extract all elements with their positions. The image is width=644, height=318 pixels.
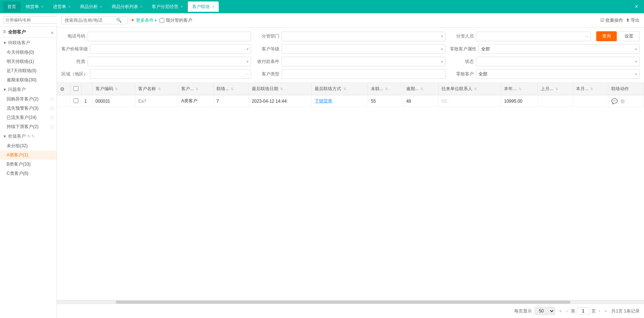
sidebar-item-unclassified[interactable]: 未分组(32): [0, 141, 57, 151]
tab-customer-contact[interactable]: 客户联络 ×: [188, 1, 219, 12]
sidebar-collapse-button[interactable]: «: [51, 29, 54, 35]
group-value-arrow: ▼: [3, 134, 7, 138]
close-purchase-icon[interactable]: ×: [68, 5, 71, 9]
customer-type-input[interactable]: [284, 71, 443, 77]
tab-sales-label: 销货单: [26, 4, 39, 10]
first-page-button[interactable]: «: [558, 308, 564, 314]
my-customers-checkbox-area[interactable]: 我分管的客户: [160, 17, 192, 24]
col-unit-contact-sort-icon[interactable]: ⇅: [474, 87, 477, 91]
close-sales-icon[interactable]: ×: [41, 5, 43, 9]
edit-group-icon[interactable]: ✎: [31, 134, 35, 139]
tab-goods-list[interactable]: 商品分析列表 ×: [107, 1, 147, 12]
row-last-method[interactable]: 下销货单: [315, 98, 332, 103]
close-customer-tier-icon[interactable]: ×: [180, 5, 183, 9]
col-this-month-label: 本月...: [576, 86, 588, 91]
col-this-month-sort-icon[interactable]: ⇅: [590, 87, 593, 91]
col-name-sort-icon[interactable]: ⇅: [158, 87, 161, 91]
export-button[interactable]: ⬆ 导出: [626, 17, 640, 24]
tomorrow-pending-label: 明天待联络(1): [7, 59, 34, 65]
filter-retail-attr-row: 零散客户属性 全部 ▾: [450, 44, 640, 54]
col-overdue-sort-icon[interactable]: ⇅: [421, 87, 423, 91]
bottom-scrollbar[interactable]: [57, 300, 644, 304]
filter-dept-select[interactable]: ▾: [282, 32, 445, 41]
refresh-icon[interactable]: ↻: [27, 134, 31, 139]
info-icon-churned: ⓘ: [50, 115, 54, 120]
prev-page-button[interactable]: ‹: [565, 308, 569, 314]
manager-dots-icon: ···: [585, 34, 588, 39]
row-checkbox[interactable]: [74, 98, 78, 103]
sidebar-item-declining[interactable]: 持续下滑客户(2) ⓘ: [0, 122, 57, 131]
col-this-year-sort-icon[interactable]: ⇅: [519, 87, 522, 91]
close-goods-list-icon[interactable]: ×: [140, 5, 143, 9]
sidebar-item-week-pending[interactable]: 近7天待联络(0): [0, 66, 57, 75]
col-contacts: 联络... ⇅: [213, 83, 248, 95]
category-search-input[interactable]: [3, 16, 59, 24]
sidebar-item-class-a[interactable]: A类客户(1): [0, 151, 57, 160]
col-uncontacted-sort-icon[interactable]: ⇅: [385, 87, 388, 91]
sidebar-item-today-pending[interactable]: 今天待联络(0): [0, 48, 57, 57]
col-last-method-sort-icon[interactable]: ⇅: [343, 87, 346, 91]
col-overdue: 逾期... ⇅: [403, 83, 438, 95]
customer-search-icon[interactable]: 🔍: [116, 18, 122, 23]
group-value-customers[interactable]: ▼ 价值客户 ↻ ✎: [0, 131, 57, 141]
phone-input[interactable]: [90, 34, 248, 39]
more-conditions-button[interactable]: ▼ 更多条件 ▾: [130, 17, 157, 24]
col-category-sort-icon[interactable]: ⇅: [196, 87, 198, 91]
customer-search-input[interactable]: [65, 18, 116, 23]
group-pending-contact[interactable]: ▼ 待联络客户: [0, 38, 57, 48]
sidebar-item-churn-warning[interactable]: 流失预警客户(3) ⓘ: [0, 104, 57, 113]
tab-goods-analysis[interactable]: 商品分析 ×: [76, 1, 107, 12]
filter-manager-select[interactable]: ···: [476, 32, 591, 41]
sidebar-item-class-c[interactable]: C类客户(6): [0, 169, 57, 178]
contact-icon[interactable]: 💬: [611, 98, 618, 104]
group-problem-customers[interactable]: ▼ 问题客户: [0, 85, 57, 95]
last-page-button[interactable]: »: [603, 308, 609, 314]
close-goods-analysis-icon[interactable]: ×: [100, 5, 102, 9]
page-input[interactable]: [577, 307, 590, 315]
tab-purchase[interactable]: 进货单 ×: [49, 1, 75, 12]
filter-customer-type-input[interactable]: [282, 69, 445, 79]
select-all-checkbox[interactable]: [74, 86, 78, 91]
col-code-sort-icon[interactable]: ⇅: [115, 87, 118, 91]
page-size-select[interactable]: 50 100 200: [535, 307, 555, 315]
next-page-button[interactable]: ›: [597, 308, 602, 314]
col-last-month-sort-icon[interactable]: ⇅: [555, 87, 558, 91]
sidebar-item-class-b[interactable]: B类客户(33): [0, 160, 57, 169]
col-contacts-sort-icon[interactable]: ⇅: [231, 87, 234, 91]
filter-retail-customer-select[interactable]: 全部 ▾: [476, 69, 640, 79]
sidebar-item-tomorrow-pending[interactable]: 明天待联络(1): [0, 57, 57, 66]
filter-status-select[interactable]: ▾: [476, 57, 640, 66]
cell-contacts: 7: [213, 95, 248, 107]
col-gear: ⚙: [57, 83, 70, 95]
filter-nature-select[interactable]: ▾: [87, 57, 251, 66]
more-action-icon[interactable]: ⊞: [620, 98, 625, 104]
sidebar-item-overdue-contact[interactable]: 逾期未联络(30): [0, 75, 57, 85]
tab-home[interactable]: 首页: [3, 1, 21, 12]
batch-op-button[interactable]: ☑ 批量操作: [600, 17, 623, 24]
col-seq: [81, 83, 92, 95]
filter-payment-select[interactable]: ▾: [282, 57, 445, 66]
pagination: 每页显示 50 100 200 « ‹ 第 页 › » 共1页 1条记录: [57, 304, 644, 318]
settings-button[interactable]: 设置: [618, 31, 640, 41]
col-category-label: 客户...: [181, 86, 194, 91]
tab-sales[interactable]: 销货单 ×: [21, 1, 48, 12]
my-customers-checkbox[interactable]: [160, 18, 164, 23]
tab-customer-tier[interactable]: 客户分层经营 ×: [147, 1, 187, 12]
filter-retail-attr-select[interactable]: 全部 ▾: [479, 44, 640, 54]
column-settings-icon[interactable]: ⚙: [60, 86, 65, 92]
col-last-date-sort-icon[interactable]: ⇅: [280, 87, 283, 91]
row-code[interactable]: 000031: [96, 99, 110, 104]
close-customer-contact-icon[interactable]: ×: [212, 5, 214, 9]
filter-region-select[interactable]: ···: [90, 69, 251, 79]
col-this-month: 本月... ⇅: [573, 83, 608, 95]
filter-phone-input[interactable]: [87, 32, 251, 41]
customer-level-arrow-icon: ▾: [441, 47, 443, 51]
sidebar-item-abnormal-repurchase[interactable]: 回购异常客户(2) ⓘ: [0, 95, 57, 104]
churned-label: 已流失客户(24): [7, 114, 36, 121]
filter-customer-level-select[interactable]: ▾: [282, 44, 445, 54]
filter-price-level-select[interactable]: ▾: [90, 44, 251, 54]
sidebar-item-churned[interactable]: 已流失客户(24) ⓘ: [0, 113, 57, 122]
window-close-button[interactable]: ×: [632, 2, 641, 11]
info-icon-repurchase: ⓘ: [50, 97, 54, 102]
query-button[interactable]: 查询: [596, 31, 617, 41]
